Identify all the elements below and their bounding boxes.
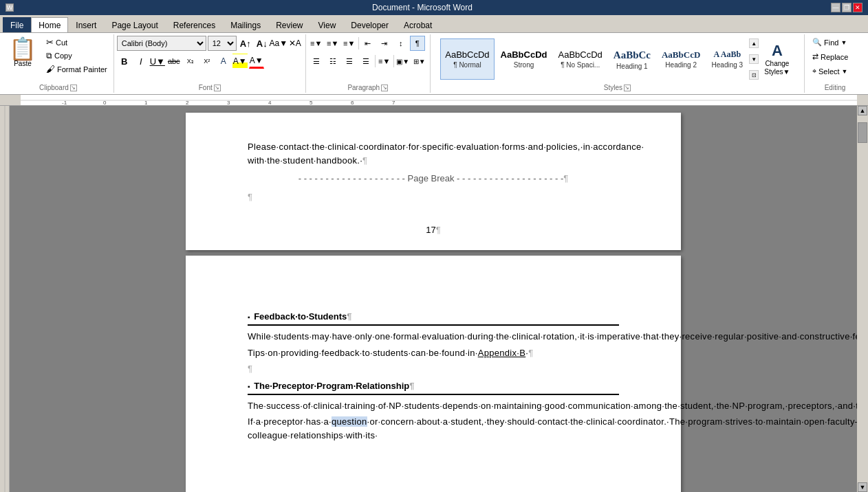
tab-mailings[interactable]: Mailings: [223, 17, 268, 32]
replace-button[interactable]: ⇄ Replace: [807, 50, 862, 63]
change-styles-button[interactable]: A ChangeStyles▼: [760, 41, 794, 78]
italic-button[interactable]: I: [133, 54, 149, 69]
shading-button[interactable]: ▣▼: [395, 54, 411, 69]
style-heading1-button[interactable]: AaBbCc Heading 1: [609, 38, 655, 80]
cut-button[interactable]: ✂ Cut: [43, 36, 111, 49]
show-hide-button[interactable]: ¶: [410, 36, 425, 51]
tab-acrobat[interactable]: Acrobat: [396, 17, 440, 32]
tab-developer[interactable]: Developer: [343, 17, 396, 32]
tab-review[interactable]: Review: [268, 17, 310, 32]
title-bar: W Document - Microsoft Word — ❐ ✕: [0, 0, 868, 15]
tab-view[interactable]: View: [311, 17, 344, 32]
style-heading2-label: Heading 2: [665, 61, 697, 69]
styles-scroll-up[interactable]: ▲: [749, 38, 759, 48]
font-color-button[interactable]: A▼: [249, 54, 264, 69]
bold-button[interactable]: B: [117, 54, 132, 69]
scroll-track[interactable]: [858, 115, 867, 482]
clipboard-expander[interactable]: ↘: [70, 85, 77, 91]
tab-references[interactable]: References: [166, 17, 223, 32]
find-dropdown-icon: ▼: [840, 39, 847, 46]
document-area-wrapper: Please·contact·the·clinical·coordinator·…: [0, 106, 868, 492]
style-normal-label: ¶ Normal: [453, 61, 481, 69]
preceptor-body2: If·a·preceptor·has·a·question·or·concern…: [248, 415, 619, 442]
font-size-select[interactable]: 12: [208, 36, 237, 51]
multilevel-button[interactable]: ≡▼: [342, 36, 357, 51]
font-expander[interactable]: ↘: [214, 85, 221, 91]
style-normal-preview: AaBbCcDd: [445, 49, 489, 60]
find-button[interactable]: 🔍 Find ▼: [807, 36, 862, 49]
bullets-button[interactable]: ≡▼: [309, 36, 324, 51]
feedback-section: ▪ Feedback·to·Students¶ While·students·m…: [248, 311, 619, 376]
replace-label: Replace: [821, 53, 848, 61]
styles-scroll: ▲ ▼ ⊡: [749, 38, 759, 80]
scroll-up-button[interactable]: ▲: [858, 106, 867, 115]
find-label: Find: [824, 38, 838, 47]
cut-icon: ✂: [46, 37, 54, 47]
ruler-scale: -1 0 1 2 3 4 5 6 7: [21, 95, 857, 105]
style-heading2-preview: AaBbCcD: [662, 49, 700, 60]
strikethrough-button[interactable]: abc: [166, 54, 182, 69]
preceptor-section: ▪ The·Preceptor·Program·Relationship¶ Th…: [248, 380, 619, 443]
paste-button[interactable]: 📋 Paste: [6, 36, 40, 82]
tab-home[interactable]: Home: [31, 17, 68, 32]
document-scroll-area[interactable]: Please·contact·the·clinical·coordinator·…: [10, 106, 857, 492]
font-name-select[interactable]: Calibri (Body): [117, 36, 206, 51]
paragraph-group-label: Paragraph: [347, 84, 380, 91]
scroll-thumb[interactable]: [858, 122, 867, 143]
text-highlight-button[interactable]: A▼: [232, 54, 248, 69]
tab-page-layout[interactable]: Page Layout: [104, 17, 165, 32]
change-styles-icon: A: [772, 42, 783, 60]
sort-button[interactable]: ↕: [393, 36, 409, 51]
style-strong-button[interactable]: AaBbCcDd Strong: [496, 38, 552, 80]
paste-icon: 📋: [9, 38, 36, 60]
tab-file[interactable]: File: [3, 17, 31, 32]
vertical-ruler: [0, 106, 10, 492]
styles-scroll-down[interactable]: ▼: [749, 54, 759, 64]
text-effects-button[interactable]: A: [216, 54, 231, 69]
format-painter-button[interactable]: 🖌 Format Painter: [43, 63, 111, 76]
tab-insert[interactable]: Insert: [68, 17, 104, 32]
align-right-button[interactable]: ☰: [342, 54, 357, 69]
style-heading1-label: Heading 1: [616, 63, 648, 70]
ribbon-tabs: File Home Insert Page Layout References …: [0, 15, 868, 33]
svg-text:7: 7: [392, 100, 395, 105]
svg-text:1: 1: [144, 100, 148, 105]
styles-expander[interactable]: ↘: [624, 85, 631, 91]
style-heading2-button[interactable]: AaBbCcD Heading 2: [657, 38, 705, 80]
line-spacing-button[interactable]: ≡▼: [377, 54, 392, 69]
subscript-button[interactable]: X₂: [183, 54, 198, 69]
clear-formatting-button[interactable]: ✕A: [287, 36, 303, 51]
font-shrink-button[interactable]: A↓: [254, 36, 270, 51]
change-case-button[interactable]: Aa▼: [271, 36, 286, 51]
style-no-spacing-button[interactable]: AaBbCcDd ¶ No Spaci...: [554, 38, 607, 80]
close-button[interactable]: ✕: [853, 3, 862, 12]
select-icon: ⌖: [812, 67, 816, 76]
svg-text:0: 0: [103, 100, 107, 105]
page1-text: Please·contact·the·clinical·coordinator·…: [248, 140, 619, 167]
borders-button[interactable]: ⊞▼: [412, 54, 427, 69]
align-center-button[interactable]: ☷: [325, 54, 340, 69]
minimize-button[interactable]: —: [831, 3, 840, 12]
paragraph-expander[interactable]: ↘: [381, 85, 388, 91]
styles-more[interactable]: ⊡: [749, 70, 759, 80]
svg-text:5: 5: [310, 100, 313, 105]
font-grow-button[interactable]: A↑: [238, 36, 253, 51]
copy-button[interactable]: ⧉ Copy: [43, 49, 111, 62]
decrease-indent-button[interactable]: ⇤: [360, 36, 376, 51]
style-normal-button[interactable]: AaBbCcDd ¶ Normal: [440, 38, 494, 80]
page1-number: 17¶: [426, 224, 440, 236]
vertical-scrollbar[interactable]: ▲ ▼: [857, 106, 868, 492]
align-left-button[interactable]: ☰: [309, 54, 324, 69]
superscript-button[interactable]: X²: [199, 54, 215, 69]
editing-group-label: Editing: [825, 84, 846, 91]
scroll-down-button[interactable]: ▼: [858, 482, 867, 492]
justify-button[interactable]: ☰: [358, 54, 373, 69]
style-heading3-button[interactable]: A AaBb Heading 3: [706, 38, 748, 80]
increase-indent-button[interactable]: ⇥: [377, 36, 392, 51]
ribbon-group-paragraph: ≡▼ ≡▼ ≡▼ ⇤ ⇥ ↕ ¶ ☰ ☷ ☰ ☰ ≡▼ ▣▼ ⊞▼: [306, 34, 431, 93]
restore-button[interactable]: ❐: [842, 3, 851, 12]
window-icon: W: [6, 3, 14, 12]
select-button[interactable]: ⌖ Select ▼: [807, 65, 862, 78]
underline-button[interactable]: U▼: [150, 54, 165, 69]
numbering-button[interactable]: ≡▼: [325, 36, 340, 51]
